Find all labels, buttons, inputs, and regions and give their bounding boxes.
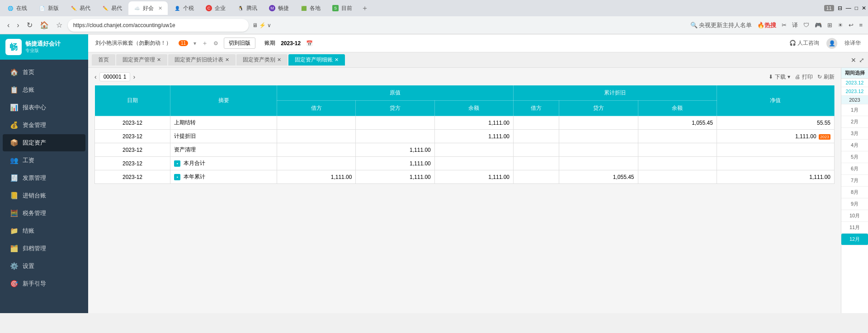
pagination-nav: ‹ 000001 1 ›: [94, 72, 135, 81]
table-row: 2023-12 计提折旧 1,111.00 1,111.00 2023: [95, 130, 835, 143]
sidebar-item-funds[interactable]: 💰 资金管理: [3, 117, 85, 134]
tab-depreciation-stats-label: 固定资产折旧统计表: [175, 56, 223, 64]
minimize-icon[interactable]: —: [846, 5, 851, 11]
sidebar-item-close[interactable]: 📁 结账: [3, 222, 85, 239]
close-window-icon[interactable]: ✕: [862, 5, 866, 11]
browser-tab-new[interactable]: 📄 新版: [33, 1, 64, 15]
user-avatar[interactable]: 👤: [826, 38, 837, 49]
tab-panel-close-icon[interactable]: ✕: [851, 56, 856, 64]
sidebar-item-reports[interactable]: 📊 报表中心: [3, 99, 85, 116]
period-month-1[interactable]: 1月: [841, 104, 868, 116]
th-date: 日期: [95, 85, 170, 116]
sidebar-item-purchase-sales[interactable]: 📒 进销台账: [3, 187, 85, 204]
sidebar-item-invoice[interactable]: 🧾 发票管理: [3, 169, 85, 187]
back-button[interactable]: ‹: [5, 20, 11, 30]
tab-layout-icon[interactable]: ⊟: [838, 5, 842, 11]
period-month-10[interactable]: 10月: [841, 210, 868, 222]
menu-icon[interactable]: ≡: [859, 22, 863, 28]
tab-depreciation-stats[interactable]: 固定资产折旧统计表 ✕: [168, 54, 236, 66]
undo-icon[interactable]: ↩: [849, 22, 854, 28]
tab-close-depreciation-stats[interactable]: ✕: [225, 57, 229, 63]
sidebar-item-general-ledger[interactable]: 📋 总账: [3, 81, 85, 98]
sidebar-item-archive[interactable]: 🗂️ 归档管理: [3, 240, 85, 257]
forward-button[interactable]: ›: [15, 20, 21, 30]
tab-asset-category[interactable]: 固定资产类别 ✕: [236, 54, 288, 66]
tab-home[interactable]: 首页: [92, 54, 115, 66]
home-button[interactable]: 🏠: [38, 20, 51, 30]
maximize-icon[interactable]: □: [855, 5, 858, 11]
browser-tab-muqian[interactable]: S 目前: [327, 1, 358, 15]
prev-page-button[interactable]: ‹: [94, 73, 97, 80]
tab-label-online: 在线: [16, 5, 27, 12]
sidebar-item-settings[interactable]: ⚙️ 设置: [3, 258, 85, 275]
th-accum-debit: 借方: [514, 101, 559, 116]
address-bar: ‹ › ↻ 🏠 ☆ 🖥 ⚡ ∨ 🔍 央视更新主持人名单 🔥热搜 ✂ 译 🛡 🎮 …: [0, 16, 868, 34]
tab-close-haohui[interactable]: ✕: [158, 5, 162, 11]
tab-favicon-yidai1: ✏️: [71, 5, 77, 11]
tab-favicon-muqian: S: [332, 5, 339, 11]
tab-home-label: 首页: [98, 56, 109, 64]
period-month-3[interactable]: 3月: [841, 128, 868, 140]
tab-panel-expand-icon[interactable]: ⤢: [859, 56, 864, 64]
address-input[interactable]: [68, 19, 249, 32]
browser-tab-qiye[interactable]: C 企业: [200, 1, 231, 15]
search-icon[interactable]: 🔍 央视更新主持人名单: [690, 21, 752, 29]
period-date-start[interactable]: 2023.12: [841, 79, 868, 87]
period-year-2023[interactable]: 2023: [841, 96, 868, 104]
browser-tab-geshui[interactable]: 👤 个税: [169, 1, 199, 15]
theme-icon[interactable]: ☀: [838, 22, 843, 28]
sidebar-item-salary[interactable]: 👥 工资: [3, 152, 85, 169]
shield-icon[interactable]: 🛡: [803, 22, 809, 28]
next-page-button[interactable]: ›: [133, 73, 135, 80]
tab-asset-detail-ledger[interactable]: 固定资产明细账 ✕: [288, 54, 345, 66]
print-button[interactable]: 🖨 打印: [795, 73, 813, 81]
tab-close-asset-detail-ledger[interactable]: ✕: [335, 57, 339, 63]
translate-icon[interactable]: 译: [792, 21, 798, 29]
browser-tab-online[interactable]: 🌐 在线: [2, 1, 33, 15]
refresh-button[interactable]: ↻ 刷新: [817, 73, 835, 81]
switch-to-old-button[interactable]: 切到旧版: [224, 38, 255, 49]
invoice-nav-icon: 🧾: [10, 174, 18, 182]
period-month-11[interactable]: 11月: [841, 222, 868, 234]
tab-close-asset-category[interactable]: ✕: [277, 57, 281, 63]
new-tab-button[interactable]: ＋: [359, 4, 371, 13]
grid-icon[interactable]: ⊞: [827, 22, 832, 28]
reload-button[interactable]: ↻: [25, 20, 34, 30]
row1-summary: 上期结转: [170, 116, 277, 130]
browser-tab-changjie[interactable]: M 畅捷: [264, 1, 294, 15]
browser-tab-gedi[interactable]: 🟩 各地: [295, 1, 326, 15]
browser-tab-yidai1[interactable]: ✏️ 易代: [65, 1, 96, 15]
game-icon[interactable]: 🎮: [815, 22, 822, 28]
bookmark-button[interactable]: ☆: [54, 20, 64, 30]
scissors-icon[interactable]: ✂: [782, 22, 787, 28]
th-accumulated-depreciation: 累计折旧: [514, 85, 717, 101]
tab-close-fixed-asset-mgmt[interactable]: ✕: [157, 57, 161, 63]
sidebar-item-guide[interactable]: 🎯 新手引导: [3, 275, 85, 292]
period-month-2[interactable]: 2月: [841, 116, 868, 128]
sidebar-item-fixed-assets[interactable]: 📦 固定资产: [3, 134, 85, 151]
browser-tab-haohui[interactable]: ☁️ 好会 ✕: [128, 1, 168, 15]
period-date-end[interactable]: 2023.12: [841, 87, 868, 96]
browser-tab-tencent[interactable]: 🐧 腾讯: [232, 1, 263, 15]
tab-fixed-asset-mgmt[interactable]: 固定资产管理 ✕: [116, 54, 167, 66]
table-row: 2023-12 资产清理 1,111.00: [95, 143, 835, 157]
download-button[interactable]: ⬇ 下载 ▾: [769, 73, 790, 81]
period-month-4[interactable]: 4月: [841, 140, 868, 151]
period-month-5[interactable]: 5月: [841, 151, 868, 163]
sidebar-item-home[interactable]: 🏠 首页: [3, 64, 85, 81]
settings-gear-icon[interactable]: ⚙: [213, 40, 218, 47]
add-account-icon[interactable]: ＋: [202, 39, 208, 47]
period-month-8[interactable]: 8月: [841, 187, 868, 198]
calendar-icon[interactable]: 📅: [306, 40, 313, 47]
dropdown-arrow-icon[interactable]: ▾: [193, 40, 196, 47]
customer-service-button[interactable]: 🎧 人工咨询: [789, 39, 819, 47]
sidebar-item-tax[interactable]: 🧮 税务管理: [3, 205, 85, 222]
row5-net-value: 1,111.00: [717, 170, 834, 184]
period-month-9[interactable]: 9月: [841, 198, 868, 210]
browser-tab-yidai2[interactable]: ✏️ 易代: [97, 1, 127, 15]
row4-date: 2023-12: [95, 157, 170, 170]
period-month-6[interactable]: 6月: [841, 163, 868, 175]
period-month-12[interactable]: 12月: [841, 234, 868, 245]
period-month-7[interactable]: 7月: [841, 175, 868, 187]
row4-accum-debit: [514, 157, 559, 170]
